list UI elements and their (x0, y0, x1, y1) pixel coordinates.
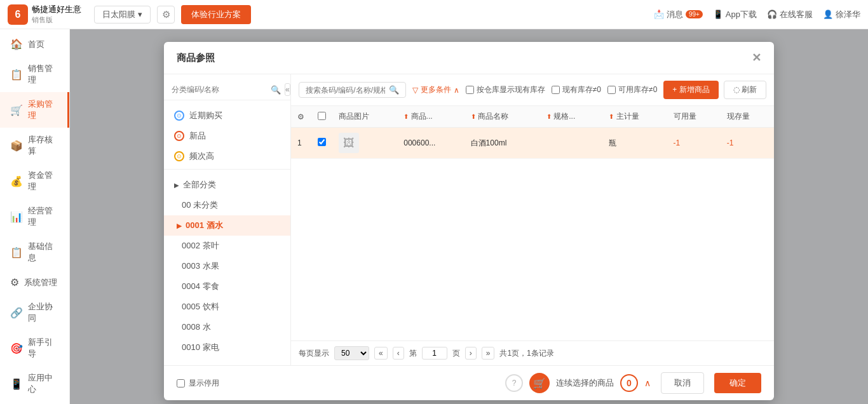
category-list: ▶ 全部分类 00 未分类 ▶ 0001 酒水 0002 茶 (164, 172, 290, 360)
last-page-button[interactable]: » (482, 347, 495, 360)
row-select-checkbox[interactable] (318, 138, 326, 146)
page-suffix-label: 页 (452, 348, 460, 359)
sort-code-icon[interactable]: ⬆ (403, 113, 409, 120)
cancel-button[interactable]: 取消 (661, 372, 704, 394)
cat-item-uncategorized[interactable]: 00 未分类 (164, 195, 290, 215)
filter-icon: ▽ (412, 86, 418, 95)
sidebar-item-system[interactable]: ⚙ 系统管理 (0, 270, 69, 295)
cat-item-tea[interactable]: 0002 茶叶 (164, 236, 290, 256)
sidebar-item-member[interactable]: V 畅会员 (0, 401, 69, 404)
cat-item-appliance[interactable]: 0010 家电 (164, 337, 290, 358)
category-panel: 🔍 « ⊙ 近期购买 ⊙ 新品 (164, 74, 291, 365)
sidebar-item-purchase[interactable]: 🛒 采购管理 (0, 92, 69, 128)
trial-button[interactable]: 体验行业方案 (181, 5, 251, 24)
apps-icon: 📱 (10, 378, 23, 390)
toolbar-right: + 新增商品 ◌ 刷新 (663, 81, 766, 99)
row-spec (540, 128, 602, 159)
collapse-button[interactable]: « (285, 83, 290, 96)
sidebar-item-sales[interactable]: 📋 销售管理 (0, 57, 69, 92)
frequent-icon: ⊙ (174, 151, 184, 161)
user-avatar[interactable]: 👤 徐泽华 (823, 9, 860, 20)
modal-close-button[interactable]: ✕ (752, 51, 761, 65)
cat-item-beverage[interactable]: 0005 饮料 (164, 297, 290, 317)
page-prefix-label: 第 (409, 348, 417, 359)
prev-page-button[interactable]: ‹ (393, 347, 404, 360)
nav-right: 📩 消息 99+ 📱 App下载 🎧 在线客服 👤 徐泽华 (654, 9, 860, 20)
filter-more-button[interactable]: ▽ 更多条件 ∧ (412, 84, 459, 95)
quick-item-recent[interactable]: ⊙ 近期购买 (164, 105, 290, 126)
show-disabled-label[interactable]: 显示停用 (177, 378, 219, 389)
cat-item-liquor[interactable]: ▶ 0001 酒水 (164, 215, 290, 236)
select-all-checkbox[interactable] (318, 112, 326, 120)
sidebar-item-inventory[interactable]: 📦 库存核算 (0, 128, 69, 163)
checkbox-stock-label[interactable]: 按仓库显示现有库存 (466, 84, 545, 95)
category-search-area: 🔍 « (164, 79, 290, 100)
sort-spec-icon[interactable]: ⬆ (546, 113, 552, 120)
next-page-button[interactable]: › (465, 347, 477, 360)
expand-icon: ▶ (174, 182, 179, 189)
sidebar-item-enterprise[interactable]: 🔗 企业协同 (0, 295, 69, 330)
table-header-row: ⚙ 商品图片 (291, 106, 774, 128)
checkbox-usable[interactable] (607, 86, 616, 94)
settings-icon[interactable]: ⚙ (157, 6, 175, 24)
sidebar-item-finance[interactable]: 💰 资金管理 (0, 163, 69, 199)
per-page-select[interactable]: 50 100 200 (334, 346, 369, 360)
online-service-button[interactable]: 🎧 在线客服 (767, 9, 813, 20)
sidebar-item-basic[interactable]: 📋 基础信息 (0, 234, 69, 270)
row-num: 1 (291, 128, 311, 159)
refresh-button[interactable]: ◌ 刷新 (724, 81, 766, 99)
message-icon: 📩 (654, 10, 664, 19)
cart-area: ? 🛒 连续选择的商品 0 ∧ (505, 373, 651, 393)
help-button[interactable]: ? (505, 374, 523, 392)
sidebar-item-home[interactable]: 🏠 首页 (0, 32, 69, 57)
checkbox-available-label[interactable]: 现有库存≠0 (552, 84, 601, 95)
expand-active-icon: ▶ (177, 222, 182, 229)
add-product-button[interactable]: + 新增商品 (663, 81, 718, 99)
checkbox-available[interactable] (552, 86, 560, 94)
logo-icon: 6 (8, 4, 28, 25)
search-icon: 🔍 (271, 85, 281, 95)
column-settings-icon[interactable]: ⚙ (297, 112, 304, 121)
chevron-up-icon[interactable]: ∧ (644, 378, 651, 388)
sidebar-item-apps[interactable]: 📱 应用中心 (0, 366, 69, 401)
modal-title: 商品参照 (177, 52, 215, 64)
quick-item-new[interactable]: ⊙ 新品 (164, 126, 290, 146)
th-name: ⬆ 商品名称 (465, 106, 540, 128)
app-download-button[interactable]: 📱 App下载 (713, 9, 757, 20)
product-image: 🖼 (339, 133, 359, 153)
sort-name-icon[interactable]: ⬆ (471, 113, 476, 120)
th-available: 可用量 (667, 106, 721, 128)
cat-item-all[interactable]: ▶ 全部分类 (164, 175, 290, 195)
top-nav: 6 畅捷通好生意 销售版 日太阳膜 ▾ ⚙ 体验行业方案 📩 消息 99+ 📱 … (0, 0, 868, 29)
show-disabled-checkbox[interactable] (177, 379, 185, 387)
cart-label: 连续选择的商品 (556, 377, 614, 389)
category-search-input[interactable] (172, 85, 267, 94)
headset-icon: 🎧 (767, 10, 777, 19)
inventory-icon: 📦 (10, 140, 23, 152)
product-table-container: ⚙ 商品图片 (291, 106, 774, 340)
cart-icon[interactable]: 🛒 (529, 373, 550, 393)
quick-item-frequent[interactable]: ⊙ 频次高 (164, 146, 290, 166)
confirm-button[interactable]: 确定 (714, 373, 761, 393)
checkbox-usable-label[interactable]: 可用库存≠0 (607, 84, 657, 95)
cat-item-water[interactable]: 0008 水 (164, 317, 290, 337)
store-dropdown[interactable]: 日太阳膜 ▾ (94, 6, 151, 24)
product-table: ⚙ 商品图片 (291, 106, 774, 159)
row-stock: -1 (721, 128, 774, 159)
system-icon: ⚙ (10, 276, 19, 288)
messages-button[interactable]: 📩 消息 99+ (654, 9, 703, 20)
sort-unit-icon[interactable]: ⬆ (609, 113, 614, 120)
checkbox-stock[interactable] (466, 86, 474, 94)
row-unit: 瓶 (602, 128, 667, 159)
finance-icon: 💰 (10, 175, 23, 187)
pagination: 每页显示 50 100 200 « ‹ 第 页 › (291, 340, 774, 365)
cat-item-fruit[interactable]: 0003 水果 (164, 256, 290, 276)
page-number-input[interactable] (422, 347, 447, 360)
th-settings: ⚙ (291, 106, 311, 128)
product-search-input[interactable] (306, 86, 385, 95)
first-page-button[interactable]: « (374, 347, 388, 360)
table-row[interactable]: 1 🖼 000600... 白酒100ml (291, 128, 774, 159)
cat-item-snack[interactable]: 0004 零食 (164, 276, 290, 297)
sidebar-item-guide[interactable]: 🎯 新手引导 (0, 330, 69, 366)
sidebar-item-operation[interactable]: 📊 经营管理 (0, 199, 69, 234)
